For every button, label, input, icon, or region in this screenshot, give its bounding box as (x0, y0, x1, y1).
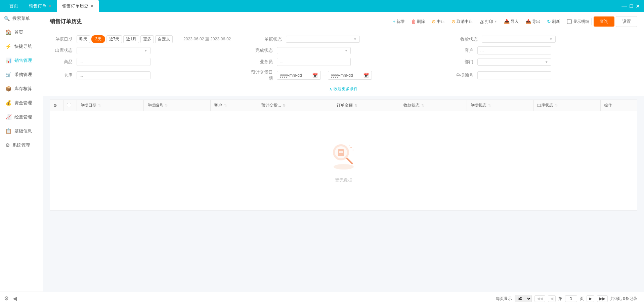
date-btn-7days[interactable]: 近7天 (106, 35, 122, 43)
page-size-select[interactable]: 50 10 20 100 (515, 295, 532, 302)
delivery-status-sort-icon[interactable]: ⇅ (555, 104, 558, 107)
sidebar-collapse-icon[interactable]: ◀ (13, 295, 17, 302)
th-order-amount[interactable]: 订单金额 ⇅ (333, 100, 400, 111)
tab-home[interactable]: 首页 (4, 0, 24, 12)
export-button[interactable]: 📤 导出 (523, 17, 543, 26)
svg-point-10 (349, 145, 350, 146)
product-label: 商品 (50, 59, 77, 65)
complete-status-select[interactable]: ▼ (277, 47, 351, 54)
customer-label: 客户 (450, 47, 477, 53)
th-expected-date[interactable]: 预计交货... ⇅ (258, 100, 333, 111)
th-payment-status[interactable]: 收款状态 ⇅ (400, 100, 467, 111)
sidebar-settings-icon[interactable]: ⚙ (4, 295, 9, 302)
refresh-button[interactable]: ↻ 刷新 (544, 17, 563, 26)
collapse-button[interactable]: ∧ 收起更多条件 (50, 85, 637, 93)
new-button[interactable]: + 新增 (390, 17, 407, 26)
customer-sort-icon[interactable]: ⇅ (224, 104, 227, 107)
date-btn-1month[interactable]: 近1月 (123, 35, 139, 43)
tab-sales-order[interactable]: 销售订单 ✕ (24, 0, 57, 12)
th-check[interactable] (63, 100, 77, 111)
salesperson-select[interactable]: ... (277, 58, 351, 66)
date-btn-custom[interactable]: 自定义 (155, 35, 173, 43)
prev-page-button[interactable]: ◀ (548, 295, 556, 302)
table-footer: 每页显示 50 10 20 100 ◀◀ ◀ 第 页 ▶ ▶▶ 共0页, 0条记… (43, 292, 644, 305)
next-page-button[interactable]: ▶ (587, 295, 594, 302)
total-text: 共0页, 0条记录 (610, 296, 637, 302)
system-icon: ⚙ (5, 142, 10, 148)
th-customer[interactable]: 客户 ⇅ (211, 100, 258, 111)
th-bill-no[interactable]: 单据编号 ⇅ (144, 100, 211, 111)
page-input[interactable] (565, 295, 577, 302)
delivery-status-filter: ▼ (77, 47, 237, 54)
date-btn-more[interactable]: 更多 (140, 35, 154, 43)
bill-no-sort-icon[interactable]: ⇅ (165, 104, 168, 107)
print-button[interactable]: 🖨 打印 ▼ (477, 17, 500, 26)
date-to-calendar-icon[interactable]: 📅 (363, 73, 369, 78)
payment-status-select[interactable]: ▼ (482, 36, 556, 43)
cancel-stop-button[interactable]: ⊙ 取消中止 (449, 17, 475, 26)
th-bill-date[interactable]: 单据日期 ⇅ (77, 100, 144, 111)
date-btn-today[interactable]: 昨天 (77, 35, 90, 43)
th-settings[interactable]: ⚙ (50, 100, 63, 111)
display-cols-label[interactable]: 显示明细 (567, 19, 589, 25)
payment-status-sort-icon[interactable]: ⇅ (421, 104, 424, 107)
customer-select[interactable]: ... (477, 46, 551, 54)
delivery-status-select[interactable]: ▼ (77, 47, 151, 54)
sidebar-item-finance[interactable]: 💰 资金管理 (0, 96, 43, 110)
settings-col-icon[interactable]: ⚙ (53, 103, 57, 108)
tab-sales-order-history-close[interactable]: ✕ (90, 4, 93, 8)
expected-date-from-input[interactable]: 📅 (277, 71, 321, 80)
sidebar-item-operations[interactable]: 📈 经营管理 (0, 110, 43, 124)
import-button[interactable]: 📥 导入 (501, 17, 521, 26)
expected-date-filter: 📅 — 📅 (277, 71, 437, 80)
department-select[interactable]: ▼ (477, 59, 551, 66)
cancel-stop-icon: ⊙ (452, 19, 456, 24)
first-page-button[interactable]: ◀◀ (534, 295, 545, 302)
display-cols-checkbox[interactable] (567, 19, 572, 24)
sidebar-search[interactable]: 🔍 搜索菜单 (0, 12, 43, 25)
date-from-calendar-icon[interactable]: 📅 (312, 73, 318, 78)
expected-date-to-field[interactable] (331, 73, 361, 78)
sidebar-item-purchase[interactable]: 🛒 采购管理 (0, 68, 43, 82)
quick-nav-icon: ⚡ (5, 43, 12, 49)
sidebar-item-base-info[interactable]: 📋 基础信息 (0, 124, 43, 138)
print-dropdown-icon: ▼ (494, 20, 497, 23)
bill-status-select[interactable]: ▼ (286, 36, 360, 43)
content-area: 销售订单历史 + 新增 🗑 删除 ⊘ 中止 ⊙ 取消中止 (43, 12, 644, 305)
close-window-button[interactable]: ✕ (636, 3, 640, 9)
product-select[interactable]: ... (77, 58, 151, 66)
delete-button[interactable]: 🗑 删除 (409, 17, 428, 26)
select-all-checkbox[interactable] (67, 103, 71, 107)
bill-status-sort-icon[interactable]: ⇅ (488, 104, 491, 107)
tab-sales-order-history[interactable]: 销售订单历史 ✕ (57, 0, 99, 12)
warehouse-select[interactable]: ... (77, 71, 151, 79)
expected-date-from-field[interactable] (280, 73, 310, 78)
sidebar-item-inventory[interactable]: 📦 库存核算 (0, 82, 43, 96)
minimize-button[interactable]: — (621, 3, 627, 9)
sidebar-item-sales[interactable]: 📊 销售管理 (0, 53, 43, 68)
bill-no-input[interactable] (477, 71, 551, 79)
bill-status-arrow-icon: ▼ (353, 37, 357, 41)
th-bill-status[interactable]: 单据状态 ⇅ (467, 100, 533, 111)
query-button[interactable]: 查询 (594, 16, 614, 27)
sidebar-item-quick-nav[interactable]: ⚡ 快捷导航 (0, 39, 43, 53)
tab-home-label: 首页 (9, 3, 18, 9)
print-icon: 🖨 (479, 19, 484, 24)
bill-date-sort-icon[interactable]: ⇅ (98, 104, 101, 107)
settings-button[interactable]: 设置 (616, 16, 637, 27)
toolbar-divider (565, 18, 565, 25)
sidebar-item-system[interactable]: ⚙ 系统管理 (0, 138, 43, 152)
sidebar-item-base-info-label: 基础信息 (14, 128, 32, 134)
th-delivery-status[interactable]: 出库状态 ⇅ (533, 100, 600, 111)
last-page-button[interactable]: ▶▶ (597, 295, 608, 302)
date-btn-3days[interactable]: 3天 (91, 35, 105, 43)
restore-button[interactable]: □ (630, 3, 633, 9)
sidebar-item-home[interactable]: 🏠 首页 (0, 25, 43, 39)
order-amount-sort-icon[interactable]: ⇅ (354, 104, 357, 107)
expected-date-to-input[interactable]: 📅 (328, 71, 372, 80)
tab-sales-order-close[interactable]: ✕ (48, 4, 51, 8)
stop-button[interactable]: ⊘ 中止 (429, 17, 447, 26)
expected-date-sort-icon[interactable]: ⇅ (283, 104, 286, 107)
th-operation: 操作 (601, 100, 637, 111)
display-cols-text: 显示明细 (573, 19, 589, 25)
